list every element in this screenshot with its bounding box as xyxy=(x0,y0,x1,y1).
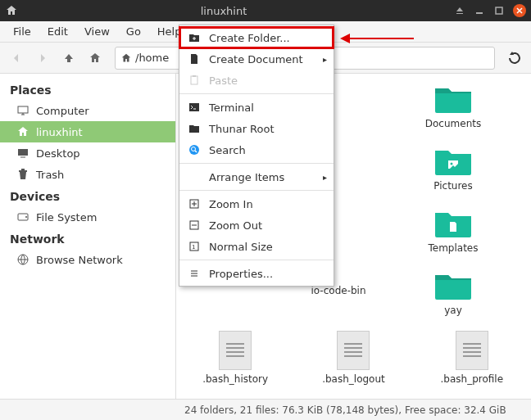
sidebar-item-browse-network[interactable]: Browse Network xyxy=(0,249,175,270)
file-label: yay xyxy=(444,305,462,316)
file-label: Documents xyxy=(425,118,481,129)
sidebar-item-label: Trash xyxy=(36,169,64,181)
back-button[interactable] xyxy=(5,47,28,70)
file-label: .bash_profile xyxy=(441,373,504,385)
ctx-create-folder[interactable]: Create Folder... xyxy=(179,27,334,48)
folder-pictures[interactable]: Pictures xyxy=(408,144,498,192)
svg-rect-11 xyxy=(191,76,197,84)
context-menu: Create Folder... Create Document▸ Paste … xyxy=(179,25,334,287)
up-button[interactable] xyxy=(57,47,80,70)
menu-edit[interactable]: Edit xyxy=(39,22,76,41)
ctx-label: Search xyxy=(209,144,246,156)
annotation-arrow xyxy=(340,33,414,44)
file-bash-history[interactable]: .bash_history xyxy=(190,331,280,385)
folder-io-code-bin[interactable]: io-code-bin xyxy=(293,285,384,316)
ctx-zoom-out[interactable]: Zoom Out xyxy=(179,215,334,236)
home-icon xyxy=(16,125,30,138)
svg-point-14 xyxy=(189,145,199,155)
ctx-label: Zoom Out xyxy=(209,219,262,232)
sidebar: Places Computer linuxhint Desktop Trash … xyxy=(0,74,176,399)
refresh-button[interactable] xyxy=(503,47,526,70)
submenu-arrow-icon: ▸ xyxy=(323,173,327,182)
folder-templates[interactable]: Templates xyxy=(408,206,498,254)
sidebar-item-computer[interactable]: Computer xyxy=(0,100,175,121)
sidebar-item-label: linuxhint xyxy=(36,126,83,138)
ctx-arrange-items[interactable]: Arrange Items▸ xyxy=(179,166,334,187)
desktop-icon xyxy=(16,147,30,160)
window-controls xyxy=(454,4,526,17)
ctx-properties[interactable]: Properties... xyxy=(179,263,334,284)
ctx-label: Properties... xyxy=(209,268,273,280)
folder-dark-icon xyxy=(188,122,201,135)
ctx-label: Terminal xyxy=(209,102,254,114)
menu-view[interactable]: View xyxy=(76,22,118,41)
sidebar-heading-network: Network xyxy=(0,228,175,249)
sidebar-item-trash[interactable]: Trash xyxy=(0,164,175,185)
document-icon xyxy=(456,331,488,370)
ctx-separator xyxy=(179,163,334,164)
ctx-search[interactable]: Search xyxy=(179,139,334,160)
svg-rect-3 xyxy=(18,106,28,113)
menu-file[interactable]: File xyxy=(5,22,39,41)
maximize-icon[interactable] xyxy=(493,5,505,16)
file-label: Pictures xyxy=(433,180,473,192)
ctx-paste: Paste xyxy=(179,70,334,91)
ctx-zoom-in[interactable]: Zoom In xyxy=(179,193,334,215)
terminal-icon xyxy=(188,101,201,114)
ctx-label: Zoom In xyxy=(209,198,253,210)
svg-rect-4 xyxy=(18,149,28,156)
blank-icon xyxy=(188,170,201,183)
ctx-label: Create Document xyxy=(209,53,303,65)
folder-icon xyxy=(433,269,473,301)
sidebar-heading-places: Places xyxy=(0,79,175,100)
home-button[interactable] xyxy=(84,47,107,70)
document-icon xyxy=(219,331,252,370)
menu-go[interactable]: Go xyxy=(118,22,149,41)
ctx-separator xyxy=(179,93,334,94)
ctx-terminal[interactable]: Terminal xyxy=(179,97,334,118)
properties-icon xyxy=(188,267,201,280)
sidebar-item-filesystem[interactable]: File System xyxy=(0,206,175,228)
path-home-icon xyxy=(120,52,132,64)
file-bash-profile[interactable]: .bash_profile xyxy=(427,331,517,385)
statusbar: 24 folders, 21 files: 76.3 KiB (78,148 b… xyxy=(0,399,531,420)
folder-icon xyxy=(433,206,473,239)
submenu-arrow-icon: ▸ xyxy=(323,55,327,64)
forward-button[interactable] xyxy=(31,47,54,70)
folder-icon xyxy=(433,82,473,115)
sidebar-item-desktop[interactable]: Desktop xyxy=(0,142,175,164)
ctx-thunar-root[interactable]: Thunar Root xyxy=(179,118,334,139)
svg-rect-2 xyxy=(496,7,502,14)
folder-documents[interactable]: Documents xyxy=(408,82,498,129)
ctx-separator xyxy=(179,190,334,191)
ctx-create-document[interactable]: Create Document▸ xyxy=(179,48,334,70)
svg-point-6 xyxy=(25,216,27,218)
folder-icon xyxy=(433,144,473,177)
svg-text:1: 1 xyxy=(192,244,195,251)
monitor-icon xyxy=(16,104,30,117)
close-icon[interactable] xyxy=(513,4,526,17)
file-label: io-code-bin xyxy=(311,285,365,296)
file-label: .bash_logout xyxy=(322,373,385,385)
ctx-label: Normal Size xyxy=(209,241,273,253)
globe-icon xyxy=(16,253,30,266)
path-text: /home xyxy=(135,52,169,64)
disk-icon xyxy=(16,210,30,224)
folder-plus-icon xyxy=(188,31,201,44)
ctx-label: Paste xyxy=(209,75,238,87)
ctx-label: Thunar Root xyxy=(209,123,275,135)
paste-icon xyxy=(188,74,201,87)
sidebar-item-label: File System xyxy=(36,211,97,224)
sidebar-item-linuxhint[interactable]: linuxhint xyxy=(0,121,175,142)
sidebar-heading-devices: Devices xyxy=(0,185,175,206)
ctx-normal-size[interactable]: 1Normal Size xyxy=(179,236,334,257)
document-icon xyxy=(337,331,370,370)
svg-rect-13 xyxy=(189,103,199,111)
minimize-icon[interactable] xyxy=(474,5,485,16)
file-label: Templates xyxy=(428,242,478,254)
svg-rect-0 xyxy=(456,13,463,14)
file-bash-logout[interactable]: .bash_logout xyxy=(308,331,398,385)
folder-yay[interactable]: yay xyxy=(408,269,498,316)
window-keep-above-icon[interactable] xyxy=(454,5,465,16)
zoom-in-icon xyxy=(188,197,201,210)
